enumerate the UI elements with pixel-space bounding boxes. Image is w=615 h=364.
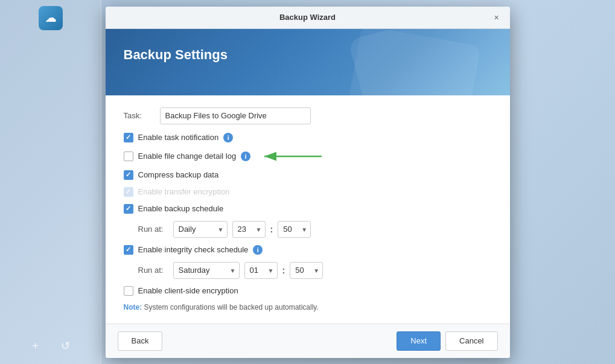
colon-2: : xyxy=(282,266,285,275)
cancel-button[interactable]: Cancel xyxy=(445,331,497,351)
compress-backup-row: Compress backup data xyxy=(124,170,492,180)
hour-select-wrap-1: 23 ▼ xyxy=(232,221,266,238)
saturday-select-wrap: Saturday Sunday Monday ▼ xyxy=(173,262,240,279)
header-title: Backup Settings xyxy=(124,47,492,63)
backup-schedule-label: Enable backup schedule xyxy=(138,204,224,213)
desktop: ☁ + ↺ Backup Wizard × Backup Settings xyxy=(0,0,615,364)
client-encryption-checkbox[interactable] xyxy=(124,286,133,296)
hour-select-2[interactable]: 01 xyxy=(244,262,278,279)
hour-select-1[interactable]: 23 xyxy=(232,221,266,238)
backup-schedule-checkbox[interactable] xyxy=(124,204,133,214)
task-row: Task: xyxy=(124,107,492,124)
minute-select-1[interactable]: 50 xyxy=(278,221,311,238)
daily-select[interactable]: Daily Weekly Monthly xyxy=(173,221,228,238)
transfer-encryption-checkbox[interactable] xyxy=(124,187,133,197)
minute-select-wrap-1: 50 ▼ xyxy=(278,221,311,238)
run-at-label-2: Run at: xyxy=(138,266,168,275)
integrity-schedule-time-row: Run at: Saturday Sunday Monday ▼ 01 xyxy=(138,262,492,279)
title-bar: Backup Wizard × xyxy=(106,7,510,29)
note-prefix: Note: xyxy=(124,303,142,311)
file-change-label: Enable file change detail log xyxy=(138,152,237,161)
task-notification-row: Enable task notification i xyxy=(124,133,492,142)
task-notification-info-icon[interactable]: i xyxy=(223,133,233,142)
dialog-header: Backup Settings xyxy=(106,29,510,95)
task-label: Task: xyxy=(124,111,160,120)
compress-backup-label: Compress backup data xyxy=(138,170,219,179)
client-encryption-label: Enable client-side encryption xyxy=(138,286,238,295)
integrity-check-label: Enable integrity check schedule xyxy=(138,245,249,254)
minute-select-wrap-2: 50 ▼ xyxy=(290,262,323,279)
footer-right-buttons: Next Cancel xyxy=(397,331,497,351)
dialog-body: Task: Enable task notification i Enable … xyxy=(106,95,510,324)
daily-select-wrap: Daily Weekly Monthly ▼ xyxy=(173,221,228,238)
client-encryption-row: Enable client-side encryption xyxy=(124,286,492,296)
compress-backup-checkbox[interactable] xyxy=(124,170,133,180)
integrity-check-row: Enable integrity check schedule i xyxy=(124,245,492,255)
back-button[interactable]: Back xyxy=(118,331,163,351)
hour-select-wrap-2: 01 ▼ xyxy=(244,262,278,279)
next-button[interactable]: Next xyxy=(397,331,441,351)
transfer-encryption-label: Enable transfer encryption xyxy=(138,187,230,196)
file-change-row: Enable file change detail log i xyxy=(124,150,492,163)
minute-select-2[interactable]: 50 xyxy=(290,262,323,279)
integrity-check-info-icon[interactable]: i xyxy=(253,245,263,255)
note-row: Note: System configurations will be back… xyxy=(124,303,492,311)
integrity-check-checkbox[interactable] xyxy=(124,245,133,255)
task-notification-label: Enable task notification xyxy=(138,133,219,142)
green-arrow-annotation xyxy=(255,150,328,163)
task-input[interactable] xyxy=(160,107,311,124)
saturday-select[interactable]: Saturday Sunday Monday xyxy=(173,262,240,279)
backup-wizard-dialog: Backup Wizard × Backup Settings Task: En… xyxy=(106,7,510,358)
backup-schedule-time-row: Run at: Daily Weekly Monthly ▼ 23 ▼ xyxy=(138,221,492,238)
run-at-label-1: Run at: xyxy=(138,225,168,234)
dialog-overlay: Backup Wizard × Backup Settings Task: En… xyxy=(0,0,615,364)
close-button[interactable]: × xyxy=(491,11,503,24)
backup-schedule-row: Enable backup schedule xyxy=(124,204,492,214)
file-change-info-icon[interactable]: i xyxy=(241,152,250,161)
file-change-checkbox[interactable] xyxy=(124,152,133,161)
colon-1: : xyxy=(270,225,273,234)
transfer-encryption-row: Enable transfer encryption xyxy=(124,187,492,197)
dialog-footer: Back Next Cancel xyxy=(106,324,510,358)
task-notification-checkbox[interactable] xyxy=(124,133,133,142)
note-text: System configurations will be backed up … xyxy=(142,303,319,311)
dialog-title: Backup Wizard xyxy=(125,13,491,22)
